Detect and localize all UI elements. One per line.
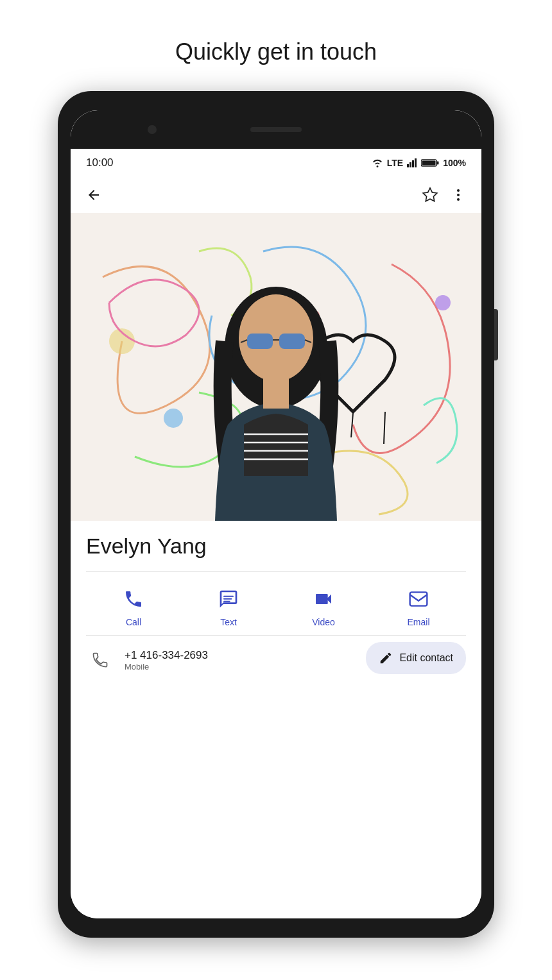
svg-rect-19 [247, 334, 273, 349]
text-button[interactable]: Text [203, 585, 254, 627]
favorite-button[interactable] [417, 182, 443, 208]
status-time: 10:00 [86, 156, 114, 169]
svg-rect-1 [410, 162, 411, 167]
action-row: Call Text [86, 577, 466, 636]
contact-info: Evelyn Yang Call [71, 521, 481, 918]
phone-number-row: +1 416-334-2693 Mobile Edit contact [86, 636, 466, 684]
edit-icon [379, 651, 393, 665]
svg-rect-2 [412, 160, 414, 167]
call-label: Call [126, 617, 141, 627]
video-label: Video [312, 617, 335, 627]
text-label: Text [220, 617, 237, 627]
person-figure [180, 245, 372, 521]
wifi-icon [372, 158, 383, 167]
status-bar: 10:00 LTE [71, 149, 481, 177]
divider [86, 571, 466, 572]
speaker-grill [250, 127, 302, 132]
svg-rect-28 [263, 376, 289, 409]
back-button[interactable] [81, 182, 107, 208]
svg-rect-0 [407, 164, 409, 167]
app-bar [71, 177, 481, 213]
page-heading: Quickly get in touch [175, 38, 377, 65]
svg-point-8 [457, 194, 460, 196]
lte-label: LTE [387, 158, 403, 168]
svg-rect-30 [223, 598, 232, 600]
edit-contact-label: Edit contact [399, 652, 453, 664]
svg-rect-32 [410, 592, 427, 605]
app-bar-right [417, 182, 471, 208]
battery-percent: 100% [443, 158, 466, 168]
svg-rect-3 [415, 158, 417, 167]
phone-top-bar [71, 110, 481, 149]
svg-point-7 [457, 189, 460, 192]
battery-icon [421, 158, 439, 167]
svg-rect-6 [422, 161, 436, 165]
email-icon [404, 585, 433, 613]
svg-rect-29 [223, 596, 234, 597]
call-icon [119, 585, 148, 613]
email-label: Email [407, 617, 429, 627]
video-button[interactable]: Video [298, 585, 349, 627]
status-icons: LTE 100% [372, 158, 466, 168]
phone-row-icon [86, 646, 114, 674]
edit-contact-button[interactable]: Edit contact [366, 642, 466, 674]
contact-name: Evelyn Yang [86, 534, 466, 559]
phone-screen: 10:00 LTE [71, 110, 481, 918]
camera-lens [148, 125, 157, 134]
phone-device: 10:00 LTE [58, 91, 494, 938]
text-icon [214, 585, 243, 613]
svg-point-9 [457, 198, 460, 201]
svg-rect-5 [437, 162, 439, 165]
svg-rect-31 [223, 601, 230, 602]
svg-point-14 [435, 295, 451, 310]
signal-icon [407, 158, 417, 167]
contact-photo [71, 213, 481, 521]
svg-rect-20 [279, 334, 305, 349]
call-button[interactable]: Call [108, 585, 159, 627]
video-icon [309, 585, 338, 613]
more-options-button[interactable] [445, 182, 471, 208]
email-button[interactable]: Email [393, 585, 444, 627]
